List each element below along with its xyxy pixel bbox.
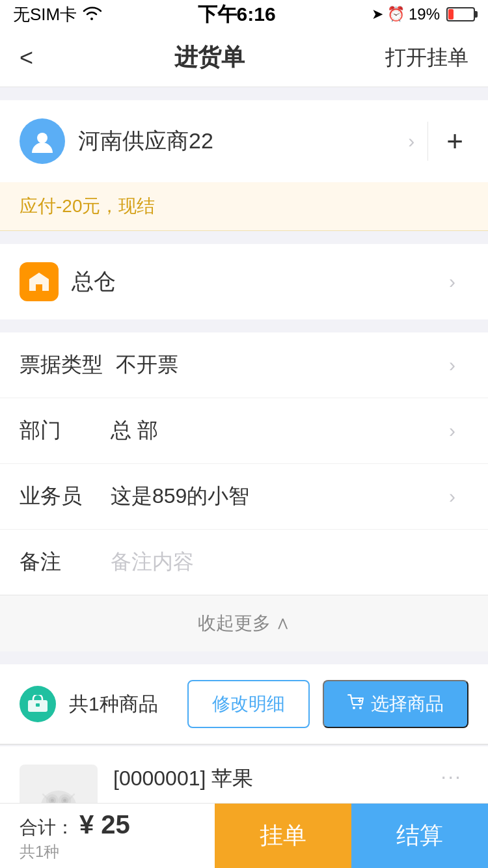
ticket-type-chevron-icon: ›: [449, 354, 455, 376]
status-time: 下午6:16: [198, 1, 276, 28]
department-chevron-icon: ›: [449, 420, 455, 442]
remark-input[interactable]: 备注内容: [111, 548, 468, 576]
product-section-icon: [20, 686, 56, 722]
location-icon: ➤: [372, 6, 383, 23]
checkout-button[interactable]: 结算: [351, 804, 488, 868]
product-title: 苹果: [211, 766, 253, 790]
svg-point-11: [51, 799, 54, 802]
select-product-label: 选择商品: [371, 692, 444, 716]
supplier-avatar: [20, 118, 65, 164]
status-left: 无SIM卡: [13, 3, 102, 26]
product-code: [0000001]: [113, 766, 206, 790]
svg-point-12: [63, 799, 66, 802]
agent-label: 业务员: [20, 482, 98, 511]
ticket-type-row[interactable]: 票据类型 不开票 ›: [0, 332, 488, 398]
ticket-type-value: 不开票: [116, 351, 449, 379]
department-row[interactable]: 部门 总 部 ›: [0, 398, 488, 464]
remark-label: 备注: [20, 548, 98, 576]
pending-button[interactable]: 挂单: [215, 804, 351, 868]
svg-point-5: [359, 707, 362, 709]
notice-banner: 应付-20元，现结: [0, 182, 488, 231]
page-title: 进货单: [174, 42, 245, 74]
back-button[interactable]: <: [20, 44, 33, 72]
open-pending-button[interactable]: 打开挂单: [385, 44, 468, 72]
add-supplier-button[interactable]: +: [441, 125, 468, 157]
carrier-label: 无SIM卡: [13, 3, 77, 26]
gap-3: [0, 319, 488, 332]
form-section: 票据类型 不开票 › 部门 总 部 › 业务员 这是859的小智 › 备注 备注…: [0, 332, 488, 595]
product-more-button[interactable]: ···: [434, 765, 468, 789]
supplier-name[interactable]: 河南供应商22: [78, 126, 408, 156]
edit-detail-button[interactable]: 修改明细: [187, 680, 310, 728]
warehouse-section[interactable]: 总仓 ›: [0, 244, 488, 319]
divider: [427, 122, 428, 161]
warehouse-chevron-icon: ›: [449, 271, 455, 293]
gap-2: [0, 231, 488, 244]
ticket-type-label: 票据类型: [20, 351, 103, 379]
supplier-chevron-icon: ›: [408, 130, 414, 152]
checkout-label: 结算: [396, 820, 443, 852]
warehouse-name: 总仓: [72, 267, 449, 297]
total-label: 合计：: [20, 815, 74, 840]
wifi-icon: [82, 5, 102, 25]
total-count: 共1种: [20, 841, 195, 862]
agent-chevron-icon: ›: [449, 485, 455, 508]
svg-rect-3: [36, 703, 40, 707]
status-bar: 无SIM卡 下午6:16 ➤ ⏰ 19%: [0, 0, 488, 29]
pending-label: 挂单: [260, 820, 306, 852]
nav-bar: < 进货单 打开挂单: [0, 29, 488, 87]
department-value: 总 部: [111, 416, 449, 445]
remark-row[interactable]: 备注 备注内容: [0, 530, 488, 595]
supplier-section: 河南供应商22 › +: [0, 100, 488, 182]
product-header: 共1种商品 修改明细 选择商品: [0, 664, 488, 744]
battery-icon: [446, 7, 475, 21]
total-section: 合计： ¥ 25 共1种: [0, 804, 215, 868]
product-count-label: 共1种商品: [69, 691, 174, 718]
warehouse-icon: [20, 262, 59, 301]
department-label: 部门: [20, 416, 98, 445]
notice-text: 应付-20元，现结: [20, 196, 155, 216]
alarm-icon: ⏰: [387, 6, 405, 23]
select-product-button[interactable]: 选择商品: [323, 680, 468, 728]
bottom-bar: 合计： ¥ 25 共1种 挂单 结算: [0, 803, 488, 868]
gap-4: [0, 651, 488, 664]
gap-1: [0, 87, 488, 100]
svg-rect-1: [36, 284, 42, 291]
svg-point-0: [37, 133, 47, 143]
agent-row[interactable]: 业务员 这是859的小智 ›: [0, 464, 488, 530]
agent-value: 这是859的小智: [111, 482, 449, 511]
svg-point-4: [353, 707, 355, 709]
status-right: ➤ ⏰ 19%: [372, 5, 475, 23]
product-name: [0000001] 苹果: [113, 765, 434, 793]
collapse-button[interactable]: 收起更多 ∧: [0, 595, 488, 651]
total-amount: ¥ 25: [79, 810, 130, 839]
collapse-label: 收起更多 ∧: [198, 613, 291, 633]
battery-percent: 19%: [409, 5, 440, 23]
gap-5: [0, 744, 488, 745]
cart-icon: [347, 694, 366, 714]
